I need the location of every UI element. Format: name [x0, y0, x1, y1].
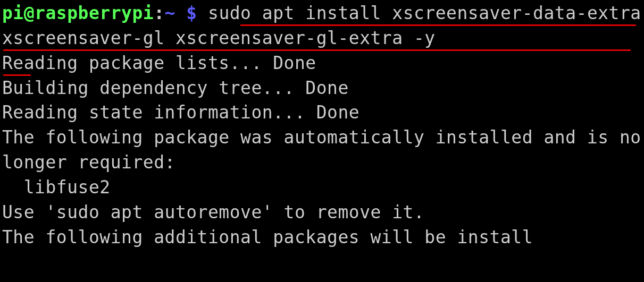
output-line: Reading state information... Done: [2, 100, 642, 125]
output-line: Use 'sudo apt autoremove' to remove it.: [2, 200, 642, 225]
output-line: libfuse2: [2, 175, 642, 200]
output-line: The following package was automatically …: [2, 125, 642, 175]
prompt-path: ~: [165, 3, 175, 23]
highlight-underline-3: [3, 74, 31, 76]
prompt-sign: $: [175, 3, 208, 23]
output-line: The following additional packages will b…: [2, 225, 642, 250]
highlight-underline-2: [3, 49, 631, 51]
terminal[interactable]: pi@raspberrypi:~ $ sudo apt install xscr…: [2, 1, 642, 250]
output-line: Building dependency tree... Done: [2, 76, 642, 101]
highlight-underline-1: [240, 24, 636, 26]
prompt-separator: :: [154, 3, 164, 23]
output-line: Reading package lists... Done: [2, 51, 642, 76]
user-host: pi@raspberrypi: [2, 3, 154, 23]
